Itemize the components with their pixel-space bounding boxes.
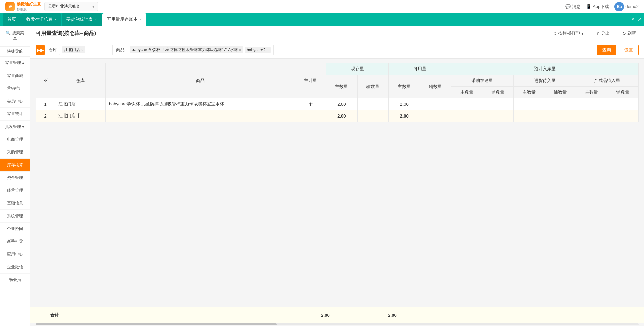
- sidebar-item-purchase[interactable]: 采购管理: [0, 146, 30, 159]
- message-icon: 💬: [565, 4, 571, 9]
- expand-tab-btn[interactable]: ⤢: [637, 16, 641, 23]
- horizontal-scrollbar[interactable]: [30, 323, 644, 326]
- cell-pur-sub: [482, 98, 514, 110]
- sidebar-item-finance[interactable]: 资金管理: [0, 172, 30, 184]
- content-area: 可用量查询(按仓库+商品) 🖨 按模板打印 ▾ ⇧ 导出 ↻ 刷新: [30, 26, 644, 326]
- warehouse-more[interactable]: ...: [87, 48, 90, 52]
- tab-home[interactable]: 首页: [3, 13, 21, 26]
- sidebar-item-member[interactable]: 会员中心: [0, 95, 30, 108]
- sidebar-quicknav[interactable]: 快捷导航: [0, 47, 30, 57]
- table-area: ⚙ 仓库 商品 主计量 现存量 可用量 预计入库量 主数量 辅数量 主数量 辅数…: [30, 59, 644, 307]
- cell-inb-main: [514, 98, 545, 110]
- divider: [590, 31, 590, 36]
- cell-no: 1: [36, 98, 55, 110]
- cell-stock-sub: [357, 110, 388, 122]
- tab-available-stock[interactable]: 可用量库存账本 ×: [102, 13, 146, 26]
- tab-close-available-stock[interactable]: ×: [140, 17, 142, 21]
- th-stock-sub: 辅数量: [357, 75, 388, 98]
- cell-stock-main: 2.00: [326, 110, 357, 122]
- product-input[interactable]: babycare学饮杯 儿童防摔防撞吸管杯重力球吸嘴杯宝宝水杯 × babyca…: [127, 45, 274, 55]
- main-layout: 🔍 搜索菜单 快捷导航 零售管理 ▲ 零售商城 营销推广 会员中心 零售统计 批…: [0, 26, 644, 326]
- th-stock-main: 主数量: [326, 75, 357, 98]
- sidebar-item-wechat-work[interactable]: 企业微信: [0, 261, 30, 274]
- th-unit: 主计量: [295, 63, 326, 98]
- sidebar-item-membership[interactable]: 畅会员: [0, 274, 30, 286]
- sidebar-item-retail-mall[interactable]: 零售商城: [0, 69, 30, 82]
- sidebar-item-ecommerce[interactable]: 电商管理: [0, 133, 30, 146]
- th-inb-main: 主数量: [514, 87, 545, 98]
- th-pro-sub: 辅数量: [607, 87, 638, 98]
- cell-product: [105, 110, 295, 122]
- refresh-btn[interactable]: ↻ 刷新: [620, 29, 639, 38]
- avatar: Ea: [614, 2, 624, 11]
- column-settings-icon[interactable]: ⚙: [43, 78, 48, 83]
- tab-stock-summary[interactable]: 收发存汇总表 ×: [21, 13, 61, 26]
- query-button[interactable]: 查询: [597, 45, 616, 55]
- sidebar-item-wholesale-mgmt[interactable]: 批发管理 ▼: [0, 121, 30, 133]
- cell-unit: 个: [295, 98, 326, 110]
- product-label: 商品: [116, 47, 125, 53]
- sidebar-item-retail-stats[interactable]: 零售统计: [0, 108, 30, 121]
- cell-stock-main: 2.00: [326, 98, 357, 110]
- th-production-group: 产成品待入量: [576, 75, 638, 87]
- th-available-group: 可用量: [389, 63, 451, 75]
- search-menu-btn[interactable]: 🔍 搜索菜单: [3, 29, 27, 43]
- scroll-track: [36, 323, 639, 325]
- warehouse-input[interactable]: 江北门店 × ...: [59, 45, 113, 55]
- company-selector[interactable]: 母婴行业演示账套 ▾: [44, 2, 98, 11]
- footer-table: 合计 2.00 2.00: [30, 310, 644, 320]
- footer-stock-main: 2.00: [309, 310, 342, 320]
- th-purchase-group: 采购在途量: [451, 75, 514, 87]
- cell-warehouse: 江北门店: [55, 98, 105, 110]
- warehouse-label: 仓库: [48, 47, 57, 53]
- th-avail-main: 主数量: [389, 75, 420, 98]
- tab-order-stats[interactable]: 要货单统计表 ×: [62, 13, 101, 26]
- print-btn[interactable]: 🖨 按模板打印 ▾: [550, 29, 586, 38]
- sidebar-item-app-center[interactable]: 应用中心: [0, 248, 30, 261]
- sidebar-item-marketing[interactable]: 营销推广: [0, 82, 30, 95]
- sidebar-item-inventory[interactable]: 库存核算: [0, 159, 30, 172]
- cell-pro-sub: [607, 110, 638, 122]
- sidebar-item-retail-mgmt[interactable]: 零售管理 ▲: [0, 57, 30, 69]
- warehouse-tag-close[interactable]: ×: [81, 48, 83, 52]
- logo-text: 畅捷通好生意 标准版: [17, 1, 41, 12]
- warehouse-tag: 江北门店 ×: [62, 46, 85, 53]
- sidebar-item-operations[interactable]: 经营管理: [0, 184, 30, 197]
- cell-stock-sub: [357, 98, 388, 110]
- mobile-icon: 📱: [586, 4, 591, 9]
- message-btn[interactable]: 💬 消息: [565, 4, 581, 10]
- th-inbound-group: 进货待入量: [514, 75, 576, 87]
- tab-close-stock-summary[interactable]: ×: [54, 17, 56, 21]
- chevron-down-icon: ▾: [92, 4, 94, 9]
- table-row: 1 江北门店 babycare学饮杯 儿童防摔防撞吸管杯重力球吸嘴杯宝宝水杯 个…: [36, 98, 639, 110]
- cell-product: babycare学饮杯 儿童防摔防撞吸管杯重力球吸嘴杯宝宝水杯: [105, 98, 295, 110]
- product-filter-group: 商品 babycare学饮杯 儿童防摔防撞吸管杯重力球吸嘴杯宝宝水杯 × bab…: [116, 45, 274, 55]
- cell-avail-main: 2.00: [389, 110, 420, 122]
- app-download-btn[interactable]: 📱 App下载: [586, 4, 609, 10]
- cell-inb-sub: [545, 110, 576, 122]
- sidebar-search-area: 🔍 搜索菜单: [0, 26, 30, 47]
- sidebar-item-enterprise[interactable]: 企业协同: [0, 223, 30, 235]
- sidebar-item-system[interactable]: 系统管理: [0, 210, 30, 223]
- cell-inb-main: [514, 110, 545, 122]
- scroll-thumb[interactable]: [36, 323, 277, 325]
- cell-avail-main: 2.00: [389, 98, 420, 110]
- th-pur-main: 主数量: [451, 87, 482, 98]
- user-profile[interactable]: Ea demo2: [614, 2, 639, 11]
- cell-avail-sub: [420, 98, 451, 110]
- refresh-icon: ↻: [622, 31, 626, 36]
- topbar-left: 好 畅捷通好生意 标准版 母婴行业演示账套 ▾: [5, 1, 98, 12]
- export-btn[interactable]: ⇧ 导出: [593, 29, 612, 38]
- topbar: 好 畅捷通好生意 标准版 母婴行业演示账套 ▾ 💬 消息 📱 App下载 Ea …: [0, 0, 644, 13]
- filter-expand-btn[interactable]: ▶▶: [36, 45, 45, 55]
- cell-pro-sub: [607, 98, 638, 110]
- chevron-icon: ▲: [22, 61, 25, 65]
- cell-no: 2: [36, 110, 55, 122]
- setting-button[interactable]: 设置: [619, 45, 639, 55]
- tab-close-order-stats[interactable]: ×: [95, 17, 97, 21]
- sidebar-item-basic-info[interactable]: 基础信息: [0, 197, 30, 210]
- cell-pro-main: [576, 98, 607, 110]
- sidebar-item-newbie[interactable]: 新手引导: [0, 235, 30, 248]
- product-tag1-close[interactable]: ×: [239, 48, 241, 52]
- close-tab-btn[interactable]: ×: [631, 16, 634, 22]
